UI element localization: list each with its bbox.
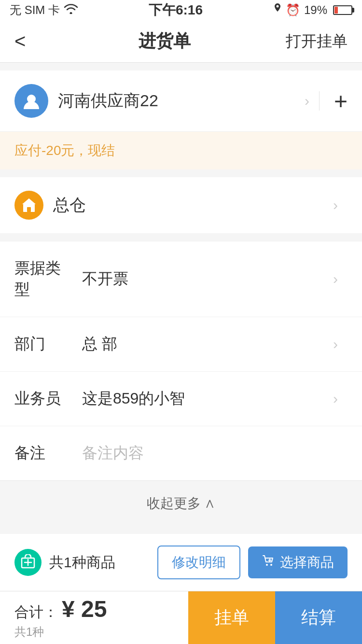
invoice-chevron-icon: › [333, 271, 338, 287]
battery-icon [333, 5, 352, 15]
total-label: 合计： [14, 602, 58, 622]
supplier-name: 河南供应商22 [58, 90, 305, 112]
products-header: 共1种商品 修改明细 选择商品 [0, 526, 362, 591]
warehouse-section[interactable]: 总仓 › [0, 177, 362, 233]
invoice-label: 票据类型 [14, 258, 72, 300]
warehouse-name: 总仓 [53, 194, 333, 216]
total-sub: 共1种 [14, 624, 174, 640]
total-amount: ¥ 25 [62, 596, 107, 622]
salesman-label: 业务员 [14, 388, 72, 409]
form-section: 票据类型 不开票 › 部门 总 部 › 业务员 这是859的小智 › 备注 备注… [0, 241, 362, 480]
salesman-chevron-icon: › [333, 391, 338, 407]
warehouse-icon [14, 191, 43, 220]
products-count: 共1种商品 [49, 553, 157, 573]
invoice-value: 不开票 [72, 268, 333, 290]
hang-order-button[interactable]: 挂单 [188, 591, 275, 644]
status-left: 无 SIM 卡 [10, 2, 78, 18]
wifi-icon [64, 3, 78, 17]
battery-percent: 19% [304, 3, 327, 17]
supplier-divider [319, 91, 320, 111]
svg-point-5 [266, 564, 268, 566]
divider-1 [0, 169, 362, 177]
edit-detail-button[interactable]: 修改明细 [157, 546, 240, 579]
bottom-bar: 合计： ¥ 25 共1种 挂单 结算 [0, 591, 362, 644]
remark-row[interactable]: 备注 备注内容 [0, 426, 362, 480]
checkout-button[interactable]: 结算 [275, 591, 362, 644]
add-supplier-button[interactable]: + [334, 88, 348, 114]
supplier-section: 河南供应商22 › + 应付-20元，现结 [0, 70, 362, 169]
location-icon [273, 3, 282, 17]
warehouse-row[interactable]: 总仓 › [0, 177, 362, 233]
salesman-value: 这是859的小智 [72, 388, 333, 409]
remark-placeholder: 备注内容 [72, 443, 348, 464]
warehouse-chevron-icon: › [333, 197, 338, 213]
supplier-avatar [14, 84, 48, 118]
dept-chevron-icon: › [333, 336, 338, 352]
collapse-button[interactable]: 收起更多 ∧ [0, 480, 362, 526]
svg-marker-2 [22, 198, 36, 204]
open-pending-button[interactable]: 打开挂单 [286, 31, 348, 52]
balance-notice: 应付-20元，现结 [0, 132, 362, 169]
divider-2 [0, 233, 362, 241]
remark-label: 备注 [14, 443, 72, 464]
products-icon [14, 549, 42, 576]
select-product-button[interactable]: 选择商品 [248, 546, 348, 578]
cart-icon [262, 554, 275, 571]
status-right: ⏰ 19% [273, 3, 352, 17]
back-button[interactable]: < [14, 30, 43, 52]
svg-point-6 [270, 564, 272, 566]
total-section: 合计： ¥ 25 共1种 [0, 596, 188, 640]
nav-bar: < 进货单 打开挂单 [0, 20, 362, 63]
status-time: 下午6:16 [149, 1, 203, 19]
dept-value: 总 部 [72, 334, 333, 355]
page-title: 进货单 [139, 29, 191, 53]
select-product-label: 选择商品 [280, 553, 334, 572]
svg-rect-3 [27, 207, 31, 212]
supplier-chevron-icon: › [305, 93, 309, 109]
invoice-row[interactable]: 票据类型 不开票 › [0, 241, 362, 317]
dept-row[interactable]: 部门 总 部 › [0, 317, 362, 371]
top-divider [0, 63, 362, 70]
dept-label: 部门 [14, 334, 72, 355]
salesman-row[interactable]: 业务员 这是859的小智 › [0, 371, 362, 426]
total-main: 合计： ¥ 25 [14, 596, 174, 622]
alarm-icon: ⏰ [286, 3, 300, 17]
status-bar: 无 SIM 卡 下午6:16 ⏰ 19% [0, 0, 362, 20]
carrier-text: 无 SIM 卡 [10, 2, 60, 18]
supplier-row[interactable]: 河南供应商22 › + [0, 70, 362, 132]
